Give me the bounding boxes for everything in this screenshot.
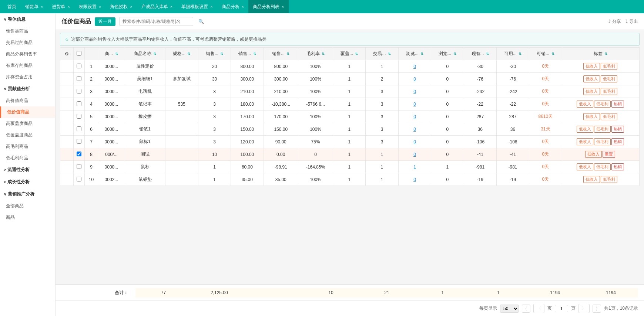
cell-checkbox[interactable]: [74, 73, 85, 85]
cell-settings: [60, 148, 74, 161]
sidebar-group-contribution[interactable]: ∨ 贡献值分析: [0, 83, 55, 95]
close-template-tab[interactable]: ×: [210, 4, 212, 9]
cell-available: -106: [496, 136, 529, 148]
row-checkbox[interactable]: [77, 101, 81, 106]
cell-code: 0000...: [98, 73, 125, 85]
views-link[interactable]: 0: [413, 89, 416, 94]
table-wrapper[interactable]: ⚙ 商... ⇅ 商品名称 ⇅ 规格... ⇅ 销售... ⇅ 销售... ⇅ …: [60, 47, 640, 284]
sidebar-item-low-coverage[interactable]: 低覆盖度商品: [0, 129, 55, 141]
sidebar-item-low-value[interactable]: 低价值商品: [0, 106, 55, 118]
views-link[interactable]: 0: [413, 177, 416, 182]
col-checkbox[interactable]: [74, 48, 85, 60]
row-checkbox[interactable]: [77, 152, 81, 156]
cell-sales-price: 100.00: [231, 148, 264, 161]
cell-views2: 0: [431, 173, 464, 186]
col-views1: 浏览... ⇅: [398, 48, 431, 60]
table-row: 9 0000... 鼠标 1 60.00 -98.91 -164.85% 1 1…: [60, 161, 640, 173]
page-size-select[interactable]: 50 100 200: [500, 305, 519, 313]
sidebar-item-sales-goods[interactable]: 销售类商品: [0, 26, 55, 37]
nav-tab-purchase[interactable]: 进货单 ×: [47, 0, 74, 13]
row-checkbox[interactable]: [77, 76, 81, 81]
col-settings[interactable]: ⚙: [60, 48, 74, 60]
cell-checkbox[interactable]: [74, 85, 85, 98]
sidebar-group-flow[interactable]: > 流通性分析: [0, 164, 55, 176]
sidebar-item-high-coverage[interactable]: 高覆盖度商品: [0, 118, 55, 129]
cell-available: -981: [496, 161, 529, 173]
close-purchase-tab[interactable]: ×: [67, 4, 70, 9]
sidebar-item-low-margin[interactable]: 低毛利商品: [0, 152, 55, 164]
last-page-button[interactable]: ⟩: [593, 305, 601, 313]
next-page-button[interactable]: 〉: [578, 304, 590, 313]
cell-sales-qty: 1: [198, 173, 231, 186]
sidebar-item-stock-goods[interactable]: 有库存的商品: [0, 60, 55, 71]
cell-checkbox[interactable]: [74, 148, 85, 161]
row-checkbox[interactable]: [77, 64, 81, 68]
views-link[interactable]: 0: [413, 77, 416, 82]
cell-available: 36: [496, 123, 529, 136]
nav-tab-roles[interactable]: 角色授权 ×: [105, 0, 137, 13]
views-link[interactable]: 0: [413, 127, 416, 132]
cell-checkbox[interactable]: [74, 161, 85, 173]
cell-code: 0000...: [98, 123, 125, 136]
views-link[interactable]: 0: [413, 114, 416, 119]
row-checkbox[interactable]: [77, 177, 81, 181]
close-inbound-tab[interactable]: ×: [170, 4, 172, 9]
cell-num: 6: [85, 123, 98, 136]
views-link[interactable]: 0: [413, 102, 416, 107]
row-checkbox[interactable]: [77, 89, 81, 94]
tag: 低收入: [577, 138, 593, 145]
views-link[interactable]: 0: [413, 152, 416, 157]
views-link[interactable]: 1: [413, 164, 416, 170]
sidebar-item-all-goods[interactable]: 全部商品: [0, 200, 55, 212]
cell-checkbox[interactable]: [74, 98, 85, 111]
cell-views1: 0: [398, 85, 431, 98]
cell-checkbox[interactable]: [74, 111, 85, 123]
search-input[interactable]: [119, 17, 193, 26]
row-checkbox[interactable]: [77, 114, 81, 119]
nav-tab-goods-analysis[interactable]: 商品分析 ×: [217, 0, 248, 13]
cell-checkbox[interactable]: [74, 123, 85, 136]
cell-sales-price: 800.00: [231, 60, 264, 73]
sidebar-item-traded-goods[interactable]: 交易过的商品: [0, 37, 55, 48]
nav-tab-permissions[interactable]: 权限设置 ×: [74, 0, 105, 13]
content-header: 低价值商品 近一月 🔍 ⤴ 分享 ⤵ 导出: [56, 13, 644, 30]
views-link[interactable]: 0: [413, 139, 416, 145]
cell-checkbox[interactable]: [74, 136, 85, 148]
views-link[interactable]: 0: [413, 64, 416, 69]
row-checkbox[interactable]: [77, 139, 81, 144]
nav-tab-inbound[interactable]: 产成品入库单 ×: [137, 0, 177, 13]
cell-checkbox[interactable]: [74, 173, 85, 186]
row-checkbox[interactable]: [77, 164, 81, 169]
sidebar-item-high-value[interactable]: 高价值商品: [0, 95, 55, 106]
nav-tab-template[interactable]: 单据模板设置 ×: [177, 0, 217, 13]
export-button[interactable]: ⤵ 导出: [625, 18, 638, 25]
search-icon[interactable]: 🔍: [198, 19, 204, 24]
close-goods-tab[interactable]: ×: [242, 4, 244, 9]
close-roles-tab[interactable]: ×: [130, 4, 132, 9]
sidebar-group-overall[interactable]: ∨ 整体信息: [0, 13, 55, 26]
nav-tab-sales[interactable]: 销货单 ×: [21, 0, 47, 13]
sidebar-item-stock-capital[interactable]: 库存资金占用: [0, 71, 55, 83]
sidebar-item-high-margin[interactable]: 高毛利商品: [0, 141, 55, 152]
page-number-input[interactable]: [555, 305, 568, 312]
row-checkbox[interactable]: [77, 126, 81, 131]
close-goods-list-tab[interactable]: ×: [282, 4, 284, 9]
sidebar-group-marketing[interactable]: ∨ 营销推广分析: [0, 188, 55, 200]
sidebar-group-growth[interactable]: > 成长性分析: [0, 176, 55, 188]
prev-page-button[interactable]: 〈: [533, 304, 544, 313]
close-sales-tab[interactable]: ×: [41, 4, 43, 9]
cell-spec: [165, 60, 198, 73]
sidebar-item-new-goods[interactable]: 新品: [0, 212, 55, 223]
share-button[interactable]: ⤴ 分享: [608, 18, 621, 25]
total-sales-qty: 77: [135, 290, 191, 295]
cell-transactions: 3: [366, 136, 398, 148]
close-permissions-tab[interactable]: ×: [99, 4, 101, 9]
select-all-checkbox[interactable]: [77, 51, 81, 56]
date-filter-button[interactable]: 近一月: [95, 17, 115, 26]
nav-tab-goods-list[interactable]: 商品分析列表 ×: [248, 0, 288, 13]
cell-code: 0000...: [98, 161, 125, 173]
cell-checkbox[interactable]: [74, 60, 85, 73]
sidebar-item-category-rate[interactable]: 商品分类销售率: [0, 48, 55, 60]
first-page-button[interactable]: ⟨: [522, 305, 530, 313]
nav-tab-home[interactable]: 首页: [3, 0, 21, 13]
